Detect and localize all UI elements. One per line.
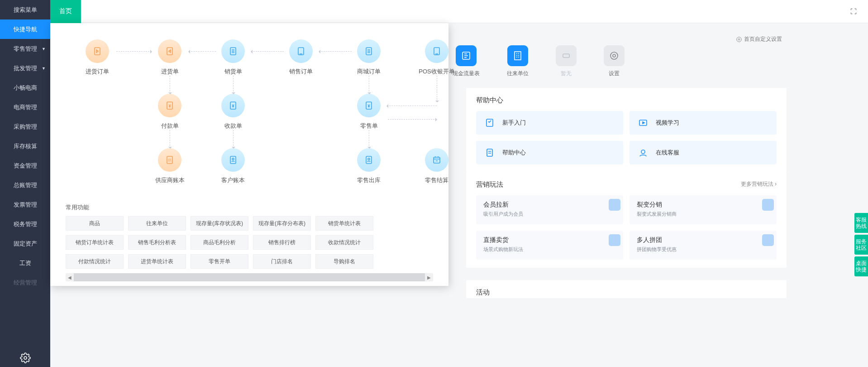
common-btn-5[interactable]: 销货订单统计表 [66, 235, 124, 250]
qtile-settings[interactable]: 设置 [604, 45, 625, 77]
common-btn-11[interactable]: 进货单统计表 [128, 254, 186, 269]
promo-card-fission[interactable]: 裂变分销裂变式发展分销商 [630, 195, 777, 224]
common-btn-3[interactable]: 现存量(库存分布表) [253, 216, 311, 231]
qtile-contacts[interactable]: 往来单位 [507, 45, 529, 77]
flow-arrow [387, 106, 437, 106]
homepage-custom-settings[interactable]: 首页自定义设置 [736, 35, 782, 43]
flow-node-xhd[interactable]: 销货单 [215, 39, 251, 76]
help-title: 帮助中心 [476, 96, 777, 105]
checklist-icon [483, 116, 496, 129]
scroll-left-button[interactable]: ◀ [66, 273, 74, 281]
sidebar-item-search[interactable]: 搜索菜单 [0, 0, 50, 19]
sidebar-item-xiaochang[interactable]: 小畅电商 [0, 78, 50, 97]
nav-label: 库存核算 [14, 142, 37, 150]
flow-node-gyszb[interactable]: 供供应商账本 [152, 148, 188, 184]
help-newbie[interactable]: 新手入门 [476, 111, 623, 135]
flow-circle-icon [425, 39, 448, 63]
flow-arrow [233, 76, 234, 94]
svg-rect-12 [95, 48, 100, 55]
flow-circle-icon [357, 39, 381, 63]
common-btn-14[interactable]: 导购排名 [315, 254, 373, 269]
flow-node-jhd[interactable]: 进货单 [152, 39, 188, 76]
nav-label: 采购管理 [14, 123, 37, 131]
sidebar-item-wholesale[interactable]: 批发管理▼ [0, 58, 50, 78]
sidebar-settings[interactable] [0, 349, 50, 367]
scrollbar-thumb[interactable] [74, 273, 425, 281]
fullscreen-button[interactable] [848, 6, 859, 17]
sidebar-item-operation[interactable]: 经营管理 [0, 273, 50, 292]
common-btn-9[interactable]: 收款情况统计 [315, 235, 373, 250]
svg-point-6 [613, 54, 615, 57]
flow-label: 零售出库 [357, 176, 381, 184]
qtile-label: 往来单位 [507, 70, 529, 77]
flow-node-xsdd[interactable]: 销售订单 [283, 39, 319, 76]
nav-label: 小畅电商 [14, 84, 37, 92]
gear-icon [20, 353, 31, 363]
horizontal-scrollbar[interactable]: ◀ ▶ [66, 273, 433, 281]
common-btn-2[interactable]: 现存量(库存状况表) [191, 216, 248, 231]
promo-more-link[interactable]: 更多营销玩法 › [741, 180, 777, 188]
common-btn-0[interactable]: 商品 [66, 216, 124, 231]
side-tag-hotline[interactable]: 客服热线 [854, 213, 868, 233]
flow-node-lsjs[interactable]: 零售结算 [419, 148, 455, 184]
flow-node-lsck[interactable]: 零售出库 [351, 148, 387, 184]
sidebar-item-ledger[interactable]: 总账管理 [0, 175, 50, 195]
promo-card-live[interactable]: 直播卖货场景式购物新玩法 [476, 231, 623, 260]
help-panel: 帮助中心 新手入门 视频学习 帮助中心 在线客服 [466, 88, 787, 173]
side-tag-desktop[interactable]: 桌面快捷 [854, 256, 868, 276]
flow-circle-icon [221, 94, 245, 117]
chevron-right-icon: › [775, 181, 777, 187]
flow-node-khzb[interactable]: 客户账本 [215, 148, 251, 184]
flow-circle-icon [158, 94, 181, 117]
sidebar-item-funds[interactable]: 资金管理 [0, 156, 50, 175]
flow-node-pos[interactable]: POS收银开单 [419, 39, 455, 76]
scroll-right-button[interactable]: ▶ [425, 273, 433, 281]
quicknav-flyout: 进货订单进货单销货单销售订单商城订单POS收银开单付款单收款单零售单供供应商账本… [50, 23, 448, 286]
nav-label: 电商管理 [14, 103, 37, 111]
sidebar-item-ecom[interactable]: 电商管理 [0, 97, 50, 117]
sidebar-item-invoice[interactable]: 发票管理 [0, 195, 50, 214]
sidebar-item-tax[interactable]: 税务管理 [0, 214, 50, 234]
qtile-empty[interactable]: 暂无 [556, 45, 577, 77]
common-btn-7[interactable]: 商品毛利分析 [191, 235, 248, 250]
sidebar-item-salary[interactable]: 工资 [0, 253, 50, 273]
promo-card-group[interactable]: 多人拼团拼团购物享受优惠 [630, 231, 777, 260]
tab-home[interactable]: 首页 [50, 0, 81, 23]
promo-card-member[interactable]: 会员拉新吸引用户成为会员 [476, 195, 623, 224]
svg-point-0 [24, 357, 27, 359]
qtile-cashflow[interactable]: 现金流量表 [453, 45, 480, 77]
flow-circle-icon [86, 39, 109, 63]
flow-node-fkd[interactable]: 付款单 [152, 94, 188, 130]
promo-card-title: 会员拉新 [483, 201, 616, 209]
help-video[interactable]: 视频学习 [630, 111, 777, 135]
common-btn-12[interactable]: 零售开单 [191, 254, 248, 269]
svg-point-1 [738, 39, 740, 40]
help-center[interactable]: 帮助中心 [476, 141, 623, 164]
sidebar-item-assets[interactable]: 固定资产 [0, 234, 50, 253]
common-btn-6[interactable]: 销售毛利分析表 [128, 235, 186, 250]
common-btn-4[interactable]: 销货单统计表 [315, 216, 373, 231]
side-tag-label: 客服热线 [854, 217, 868, 229]
caret-down-icon: ▼ [42, 47, 46, 51]
flow-circle-icon [425, 148, 448, 172]
common-btn-1[interactable]: 往来单位 [128, 216, 186, 231]
flow-circle-icon [158, 39, 181, 63]
flow-node-scdd[interactable]: 商城订单 [351, 39, 387, 76]
svg-text:供: 供 [168, 158, 172, 162]
sidebar-item-quicknav[interactable]: 快捷导航 [0, 19, 50, 39]
common-title: 常用功能 [66, 203, 433, 212]
sidebar-item-retail[interactable]: 零售管理▼ [0, 39, 50, 58]
flow-label: 商城订单 [357, 68, 381, 76]
sidebar-item-inventory[interactable]: 库存核算 [0, 136, 50, 156]
common-btn-13[interactable]: 门店排名 [253, 254, 311, 269]
common-btn-10[interactable]: 付款情况统计 [66, 254, 124, 269]
flow-node-skd[interactable]: 收款单 [215, 94, 251, 130]
common-btn-8[interactable]: 销售排行榜 [253, 235, 311, 250]
flow-node-lsd[interactable]: 零售单 [351, 94, 387, 130]
side-tag-community[interactable]: 服务社区 [854, 235, 868, 255]
nav-label: 发票管理 [14, 201, 37, 209]
flow-node-jhdd[interactable]: 进货订单 [79, 39, 115, 76]
sidebar-item-purchase[interactable]: 采购管理 [0, 117, 50, 136]
nav-label: 批发管理 [14, 64, 37, 72]
help-support[interactable]: 在线客服 [630, 141, 777, 164]
